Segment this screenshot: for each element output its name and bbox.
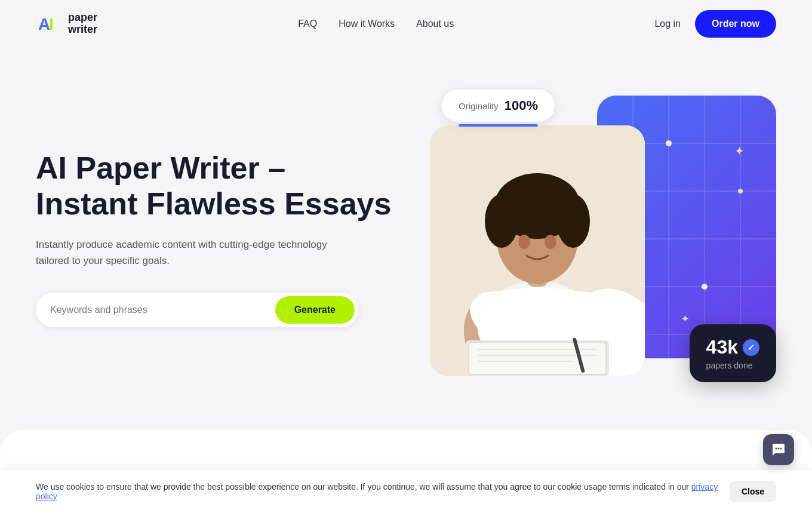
hero-section: AI Paper Writer – Instant Flawless Essay… (0, 48, 812, 406)
nav-item-about-us[interactable]: About us (416, 19, 454, 29)
chat-button[interactable] (763, 434, 794, 465)
svg-point-25 (556, 194, 590, 248)
cookie-message: We use cookies to ensure that we provide… (36, 482, 691, 492)
check-circle-icon: ✓ (743, 339, 759, 356)
hero-title-line2: Instant Flawless Essays (36, 186, 391, 221)
logo-link[interactable]: A I paper writer (36, 11, 97, 37)
student-photo (430, 125, 645, 376)
nav-item-how-it-works[interactable]: How it Works (339, 19, 395, 29)
hero-left: AI Paper Writer – Instant Flawless Essay… (36, 150, 406, 327)
papers-done-row: 43k ✓ (706, 336, 759, 358)
papers-done-badge: 43k ✓ papers done (690, 324, 776, 382)
svg-point-27 (545, 235, 556, 249)
svg-text:I: I (49, 15, 54, 33)
papers-done-count: 43k (706, 336, 738, 358)
svg-point-35 (778, 448, 780, 450)
keywords-input[interactable] (50, 305, 275, 315)
nav-link-faq[interactable]: FAQ (298, 19, 317, 29)
hero-title-line1: AI Paper Writer – (36, 150, 285, 185)
cookie-banner: We use cookies to ensure that we provide… (0, 470, 812, 513)
hero-right: Originality 100% (430, 90, 776, 388)
papers-done-label: papers done (706, 361, 753, 370)
cookie-actions: Close (730, 481, 776, 502)
svg-point-24 (485, 194, 518, 248)
login-button[interactable]: Log in (654, 19, 681, 29)
nav-item-faq[interactable]: FAQ (298, 19, 317, 29)
svg-point-26 (518, 235, 530, 249)
hero-subtitle: Instantly produce academic content with … (36, 236, 346, 269)
svg-point-13 (738, 189, 743, 193)
chat-icon (771, 443, 786, 457)
logo-text: paper writer (68, 12, 97, 36)
student-illustration (430, 125, 645, 376)
svg-point-36 (780, 448, 782, 450)
originality-bar-wrap (459, 124, 538, 127)
cookie-text: We use cookies to ensure that we provide… (36, 482, 730, 501)
order-button[interactable]: Order now (695, 10, 776, 38)
nav-link-how-it-works[interactable]: How it Works (339, 19, 395, 29)
close-cookie-button[interactable]: Close (730, 481, 776, 502)
student-svg (430, 125, 645, 376)
nav-links: FAQ How it Works About us (298, 19, 454, 29)
svg-rect-29 (469, 342, 606, 374)
originality-bar-fill (459, 124, 538, 127)
nav-actions: Log in Order now (654, 10, 776, 38)
hero-title: AI Paper Writer – Instant Flawless Essay… (36, 150, 406, 222)
originality-badge: Originality 100% (442, 90, 555, 122)
logo-paper: paper (68, 12, 97, 24)
originality-label: Originality (459, 101, 499, 111)
search-row: Generate (36, 293, 358, 327)
svg-point-12 (666, 140, 672, 146)
svg-point-14 (702, 284, 708, 290)
svg-text:✦: ✦ (681, 313, 690, 325)
nav-link-about-us[interactable]: About us (416, 19, 454, 29)
logo-writer: writer (68, 24, 97, 36)
navbar: A I paper writer FAQ How it Works About … (0, 0, 812, 48)
generate-button[interactable]: Generate (275, 296, 355, 324)
originality-value: 100% (505, 98, 538, 113)
svg-point-34 (776, 448, 777, 450)
logo-icon: A I (36, 11, 62, 37)
svg-text:✦: ✦ (734, 145, 745, 158)
